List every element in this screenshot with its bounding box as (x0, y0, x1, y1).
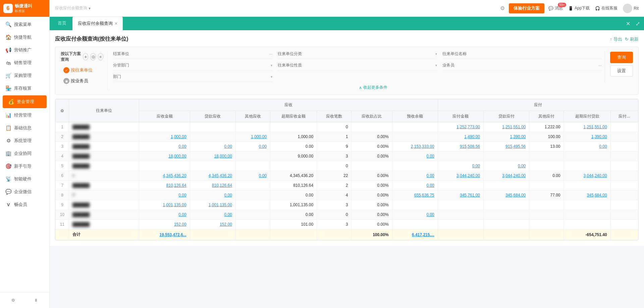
member-icon: V (5, 202, 11, 207)
field-placeholder-2 (278, 74, 437, 82)
avatar (623, 4, 632, 13)
export-label: 导出 (613, 36, 622, 42)
tab-expand-btn[interactable]: ⤢ (634, 20, 641, 27)
query-side-buttons: 查询 设置 (604, 51, 633, 82)
row-partner: P (69, 190, 139, 200)
sidebar: 6 畅捷通叫 标准版 🔍搜索菜单 🏠快捷导航 📢营销推广 🛍销售管理 🛒采购管理… (0, 0, 50, 308)
scheme-item-salesman[interactable]: ◉ 按业务员 (61, 77, 103, 85)
scheme-icon-unit: ✓ (63, 67, 69, 73)
table-body: 1██████01,252,773.001,251,551.001,222.00… (56, 122, 638, 229)
field-dots-settlement[interactable]: ··· (269, 52, 272, 56)
table-row: 10██████0.000.000.0000.00%0.00 (56, 210, 638, 220)
sidebar-item-basic[interactable]: 📋基础信息 (0, 122, 49, 134)
field-placeholder-3 (442, 74, 602, 82)
scheme-label-unit: 按往来单位 (71, 67, 93, 73)
field-arrow-partner-cat[interactable]: ▾ (435, 52, 437, 56)
service-icon: 🎧 (595, 6, 600, 11)
sidebar-item-sales[interactable]: 🛍销售管理 (0, 56, 49, 69)
sidebar-item-operation[interactable]: 📊经营管理 (0, 109, 49, 122)
field-arrow-partner-nature[interactable]: ▾ (435, 63, 437, 67)
scheme-item-unit[interactable]: ✓ 按往来单位 (61, 66, 103, 75)
export-btn[interactable]: ↑ 导出 (610, 36, 623, 42)
sidebar-item-member[interactable]: V畅会员 (0, 198, 49, 211)
total-ar-prepaid[interactable]: 6,417,215.... (392, 229, 438, 240)
total-ar-loan (190, 229, 235, 240)
row-partner: ██████ (69, 142, 139, 151)
sidebar-label-guide: 新手引导 (14, 163, 32, 169)
field-label-section-dept: 部门 (113, 74, 121, 80)
field-label-partner-nature: 往来单位性质 (278, 62, 302, 68)
user-menu[interactable]: Rit (623, 4, 639, 13)
tab-home[interactable]: 首页 (52, 17, 72, 30)
row-partner: ██████ (69, 161, 139, 171)
sidebar-item-quicknav[interactable]: 🏠快捷导航 (0, 31, 49, 44)
refresh-btn[interactable]: ↻ 刷新 (625, 36, 639, 42)
th-settings[interactable]: ⚙ (56, 99, 69, 122)
topbar-right: 💬 消息 99+ 📱 App下载 🎧 在线客服 Rit (548, 4, 639, 13)
field-settlement-unit: 结算单位 ··· (113, 51, 272, 59)
sidebar-collapse-btn[interactable]: ⏸ (26, 296, 46, 305)
sidebar-item-inventory[interactable]: 🏪库存核算 (0, 82, 49, 95)
breadcrumb-text: 应收应付余额查询 (55, 5, 87, 11)
total-ar-amount[interactable]: 19,553,472,6... (139, 229, 190, 240)
tab-close-icon[interactable]: × (115, 21, 117, 26)
topbar-gear-icon[interactable]: ⚙ (500, 5, 505, 11)
field-partner-name: 往来单位名称 (442, 51, 602, 59)
row-partner: ▾ (69, 171, 139, 181)
message-btn[interactable]: 💬 消息 99+ (548, 5, 563, 11)
collapse-btn[interactable]: ∧ 收起更多条件 (113, 85, 633, 90)
query-row-2: 分管部门 ▾ 往来单位性质 ▾ (113, 62, 602, 71)
collapse-label: 收起更多条件 (363, 85, 387, 90)
export-icon: ↑ (610, 37, 612, 42)
field-input-partner-name[interactable] (469, 52, 602, 56)
scheme-label-salesman: 按业务员 (71, 78, 88, 84)
page-header: 应收应付余额查询(按往来单位) ↑ 导出 ↻ 刷新 (55, 36, 639, 43)
trial-btn[interactable]: 体验行业方案 (509, 3, 544, 13)
sidebar-item-guide[interactable]: 🎯新手引导 (0, 160, 49, 173)
row-index: 6 (56, 171, 69, 181)
sidebar-nav: 🔍搜索菜单 🏠快捷导航 📢营销推广 🛍销售管理 🛒采购管理 🏪库存核算 💰资金管… (0, 17, 49, 292)
sidebar-item-purchase[interactable]: 🛒采购管理 (0, 69, 49, 82)
sidebar-item-enterprise[interactable]: 🏢企业协同 (0, 147, 49, 160)
breadcrumb-chevron[interactable]: ▾ (89, 6, 91, 11)
hardware-icon: 📡 (5, 176, 11, 182)
app-download-btn[interactable]: 📱 App下载 (568, 5, 590, 11)
table-row: 1██████01,252,773.001,251,551.001,222.00… (56, 122, 638, 132)
query-target-btn[interactable]: ◎ (90, 53, 96, 60)
sidebar-item-search[interactable]: 🔍搜索菜单 (0, 18, 49, 31)
query-scheme-panel: 按以下方案查询 + ◎ « ✓ 按往来单位 ◉ 按业务员 (61, 51, 108, 90)
message-icon: 💬 (548, 6, 553, 11)
field-label-partner-cat: 往来单位分类 (278, 51, 302, 57)
table-row: 11██████152.00152.00101.0030.00% (56, 220, 638, 229)
field-arrow-section-dept[interactable]: ▾ (271, 75, 272, 79)
sidebar-item-marketing[interactable]: 📢营销推广 (0, 44, 49, 56)
sidebar-item-wechat[interactable]: 💬企业微信 (0, 185, 49, 198)
service-label: 在线客服 (601, 5, 618, 11)
table-row: 8P0.000.000.0040.00%655,636.75345,761.00… (56, 190, 638, 200)
sidebar-item-hardware[interactable]: 📡智能硬件 (0, 173, 49, 185)
th-ar-group: 应收 (139, 99, 438, 111)
sidebar-label-purchase: 采购管理 (14, 73, 32, 79)
field-dots-salesman[interactable]: ··· (598, 63, 602, 68)
row-partner: ██████ (69, 220, 139, 229)
query-collapse-btn[interactable]: « (98, 53, 103, 60)
sidebar-item-finance[interactable]: 💰资金管理 (3, 95, 47, 108)
query-fields-panel: 结算单位 ··· 往来单位分类 ▾ (113, 51, 633, 90)
query-btn[interactable]: 查询 (610, 52, 633, 63)
field-salesman: 业务员 ··· (442, 62, 602, 71)
row-index: 9 (56, 200, 69, 210)
sidebar-settings-btn[interactable]: ⚙ (3, 296, 23, 305)
tab-ar-ap[interactable]: 应收应付余额查询 × (72, 17, 123, 30)
query-add-btn[interactable]: + (83, 53, 88, 60)
total-ap-loan (484, 229, 529, 240)
online-service-btn[interactable]: 🎧 在线客服 (595, 5, 618, 11)
field-arrow-dept[interactable]: ▾ (271, 63, 272, 67)
row-index: 1 (56, 122, 69, 132)
table-row: 9██████1,001,135.001,001,135.001,001,135… (56, 200, 638, 210)
finance-icon: 💰 (8, 99, 14, 105)
table-row: 2██████1,000.001,000.001,000.0010.00%1,4… (56, 132, 638, 142)
set-btn[interactable]: 设置 (610, 65, 633, 77)
sidebar-item-system[interactable]: ⚙系统管理 (0, 134, 49, 147)
row-partner: ██████ (69, 200, 139, 210)
tab-close-window-btn[interactable]: ✕ (625, 20, 632, 27)
